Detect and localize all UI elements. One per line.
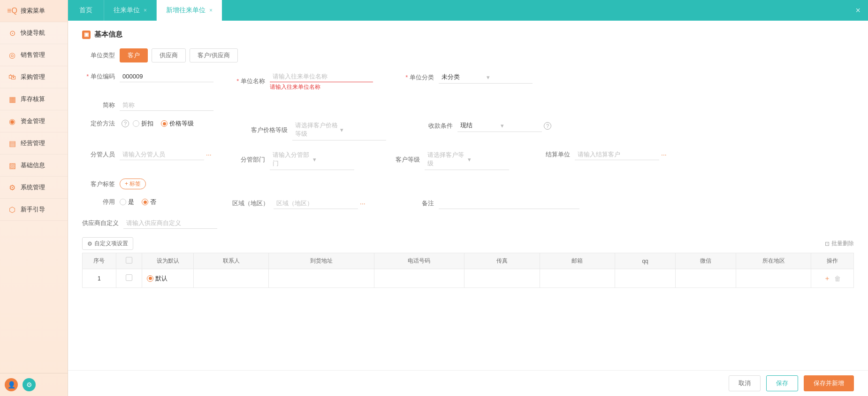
- sidebar-label-new-guide: 新手引导: [21, 205, 45, 214]
- customer-price-level-label: 客户价格等级: [251, 126, 292, 134]
- sidebar-item-new-guide[interactable]: ⬡ 新手引导: [0, 199, 68, 221]
- sidebar-item-purchase-mgmt[interactable]: 🛍 采购管理: [0, 66, 68, 88]
- sidebar-label-ops-mgmt: 经营管理: [21, 139, 45, 148]
- cell-phone: [374, 269, 464, 288]
- region-table-input[interactable]: [755, 273, 792, 284]
- unit-name-error: 请输入往来单位名称: [270, 83, 373, 91]
- tab-home[interactable]: 首页: [68, 0, 104, 21]
- table-body: 1 默认: [83, 269, 854, 288]
- contact-input[interactable]: [213, 273, 250, 284]
- select-all-checkbox[interactable]: [126, 257, 132, 264]
- unit-code-input[interactable]: [120, 71, 213, 82]
- region-label: 区域（地区）: [232, 199, 274, 208]
- payment-terms-label: 收款条件: [420, 122, 457, 130]
- unit-name-input[interactable]: [270, 71, 373, 82]
- unit-category-chevron-icon: ▾: [487, 74, 530, 81]
- disabled-no-option[interactable]: 否: [142, 198, 156, 206]
- delete-row-icon[interactable]: 🗑: [834, 275, 841, 282]
- unit-category-value: 未分类: [442, 73, 485, 81]
- payment-terms-help-icon[interactable]: ?: [544, 122, 551, 130]
- pricing-discount-radio[interactable]: [133, 120, 139, 127]
- region-more-icon[interactable]: ···: [360, 200, 365, 207]
- unit-type-group: 客户 供应商 客户/供应商: [120, 48, 238, 62]
- disabled-yes-option[interactable]: 是: [120, 198, 134, 206]
- pricing-discount-label: 折扣: [141, 119, 153, 128]
- disabled-no-radio[interactable]: [142, 199, 148, 205]
- tab-new-partner[interactable]: 新增往来单位 ×: [157, 0, 222, 21]
- save-button[interactable]: 保存: [766, 375, 798, 391]
- region-input[interactable]: [274, 198, 358, 209]
- default-radio[interactable]: [147, 275, 153, 282]
- tab-partner-list[interactable]: 往来单位 ×: [104, 0, 157, 21]
- cell-qq: [615, 269, 676, 288]
- phone-input[interactable]: [396, 273, 442, 284]
- settlement-unit-more-icon[interactable]: ···: [661, 151, 667, 158]
- sidebar-item-sys-mgmt[interactable]: ⚙ 系统管理: [0, 177, 68, 199]
- unit-btn-both[interactable]: 客户/供应商: [190, 48, 238, 62]
- sidebar-item-basic-info[interactable]: ▨ 基础信息: [0, 155, 68, 177]
- batch-delete-button[interactable]: ⊡ 批量删除: [825, 240, 854, 248]
- table-header: 序号 设为默认 联系人 到货地址 电话号码 传真 邮箱 qq 微信 所在地区 操…: [83, 253, 854, 269]
- short-name-input[interactable]: [120, 100, 213, 111]
- col-default: 设为默认: [142, 253, 194, 269]
- unit-btn-supplier[interactable]: 供应商: [152, 48, 186, 62]
- payment-terms-select[interactable]: 现结 ▾: [457, 119, 542, 132]
- unit-name-label: 单位名称: [232, 77, 270, 85]
- cell-wechat: [675, 269, 736, 288]
- dept-select[interactable]: 请输入分管部门 ▾: [270, 149, 354, 170]
- table-row: 1 默认: [83, 269, 854, 288]
- add-row-icon[interactable]: ＋: [824, 274, 830, 283]
- email-input[interactable]: [558, 273, 596, 284]
- remarks-input[interactable]: [439, 198, 579, 209]
- batch-delete-label: 批量删除: [831, 240, 854, 248]
- unit-name-field: 单位名称 请输入往来单位名称: [232, 71, 401, 91]
- sidebar-item-quick-nav[interactable]: ⊙ 快捷导航: [0, 22, 68, 44]
- user-avatar[interactable]: 👤: [5, 378, 18, 391]
- custom-settings-label: 自定义项设置: [94, 240, 128, 248]
- unit-btn-customer[interactable]: 客户: [120, 48, 148, 62]
- save-new-button[interactable]: 保存并新增: [804, 375, 854, 391]
- default-radio-option[interactable]: 默认: [147, 274, 189, 283]
- supervisor-field: 分管人员 ···: [82, 149, 232, 160]
- pricing-discount-option[interactable]: 折扣: [133, 119, 153, 128]
- sidebar-item-finance-mgmt[interactable]: ◉ 资金管理: [0, 110, 68, 132]
- pricing-method-help-icon[interactable]: ?: [122, 120, 129, 127]
- row-checkbox[interactable]: [126, 274, 132, 281]
- basic-info-icon: ▨: [8, 161, 17, 170]
- sidebar-item-ops-mgmt[interactable]: ▤ 经营管理: [0, 132, 68, 155]
- sidebar-item-search-menu[interactable]: ≡Q 搜索菜单: [0, 0, 68, 22]
- cancel-button[interactable]: 取消: [729, 375, 761, 391]
- fax-input[interactable]: [483, 273, 521, 284]
- disabled-yes-radio[interactable]: [120, 199, 126, 205]
- supervisor-label: 分管人员: [82, 150, 120, 159]
- customer-level-select[interactable]: 请选择客户等级 ▾: [425, 149, 509, 170]
- sidebar-item-inventory[interactable]: ▦ 库存核算: [0, 88, 68, 110]
- supervisor-more-icon[interactable]: ···: [206, 151, 212, 158]
- col-checkbox: [116, 253, 142, 269]
- add-tag-button[interactable]: + 标签: [120, 179, 146, 189]
- custom-settings-button[interactable]: ⚙ 自定义项设置: [82, 237, 133, 250]
- settings-icon-bottom[interactable]: ⚙: [23, 378, 36, 391]
- supplier-custom-input[interactable]: [123, 217, 217, 229]
- sidebar: ≡Q 搜索菜单 ⊙ 快捷导航 ◎ 销售管理 🛍 采购管理 ▦ 库存核算 ◉ 资金…: [0, 0, 68, 396]
- pricing-level-radio[interactable]: [161, 120, 168, 127]
- close-partner-list-tab-icon[interactable]: ×: [144, 7, 147, 14]
- sidebar-item-sales-mgmt[interactable]: ◎ 销售管理: [0, 44, 68, 66]
- unit-category-select[interactable]: 未分类 ▾: [439, 71, 533, 84]
- unit-code-field: 单位编码: [82, 71, 232, 82]
- close-new-partner-tab-icon[interactable]: ×: [209, 7, 213, 14]
- cell-region: [736, 269, 811, 288]
- customer-price-level-select[interactable]: 请选择客户价格等级 ▾: [292, 119, 386, 140]
- address-input[interactable]: [293, 273, 350, 284]
- settings-gear-icon: ⚙: [87, 241, 92, 247]
- short-name-row: 简称: [82, 100, 854, 111]
- close-all-tabs-icon[interactable]: ×: [855, 6, 860, 16]
- col-qq: qq: [615, 253, 676, 269]
- settlement-unit-input[interactable]: [575, 149, 659, 160]
- unit-type-field: 单位类型 客户 供应商 客户/供应商: [82, 48, 854, 62]
- pricing-level-option[interactable]: 价格等级: [161, 119, 194, 128]
- wechat-input[interactable]: [692, 273, 720, 284]
- supervisor-input[interactable]: [120, 149, 204, 160]
- settlement-unit-label: 结算单位: [537, 150, 575, 159]
- qq-input[interactable]: [631, 273, 659, 284]
